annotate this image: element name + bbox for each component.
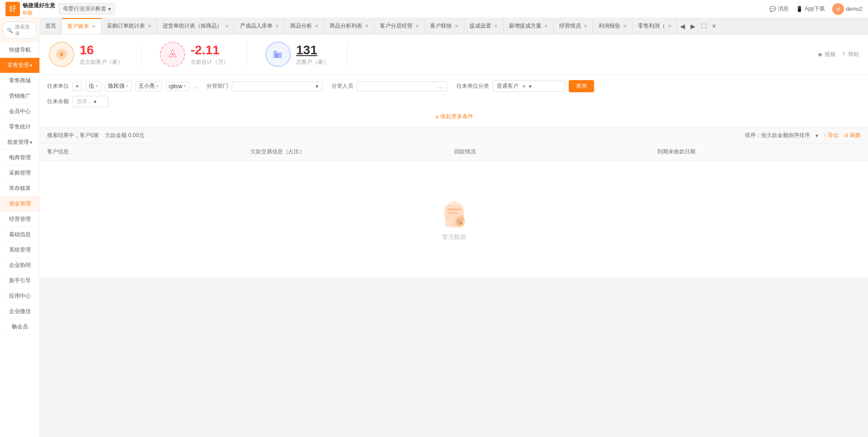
tab-close-product-analysis-list[interactable]: ✕ <box>365 24 369 28</box>
tab-close-operation[interactable]: ✕ <box>584 24 587 28</box>
empty-state: 🔍 暂无数据 <box>40 161 868 277</box>
filter-tag-unit-cjttcw: cjttcw × <box>166 82 190 91</box>
sort-label: 排序：按欠款金额倒序排序 <box>745 132 810 139</box>
tab-product-analysis-list[interactable]: 商品分析列表 ✕ <box>324 18 374 34</box>
tab-close-purchase-order[interactable]: ✕ <box>148 24 151 28</box>
filter-tag-unit-wu: 伍 × <box>86 81 101 91</box>
stat-value-total: 131 <box>296 43 329 57</box>
sidebar-item-ecommerce[interactable]: 电商管理 <box>0 150 39 166</box>
tab-push-settings[interactable]: 提成设置 ✕ <box>464 18 504 34</box>
account-dropdown[interactable]: 母婴行业演示帐套 ▾ <box>59 3 115 14</box>
svg-rect-9 <box>447 209 461 210</box>
filter-dept-select[interactable]: ▾ <box>232 81 322 91</box>
stat-icon-total <box>265 42 291 67</box>
video-icon: ▶ <box>819 51 823 57</box>
filter-more-btn[interactable]: ... <box>193 83 197 90</box>
filter-person-select[interactable]: … <box>357 81 447 91</box>
filter-tag-close-wang[interactable]: × <box>156 84 159 89</box>
top-bar-right: 💬 消息 📱 App下载 d demo2 <box>769 3 863 15</box>
sidebar-item-new-guide[interactable]: 新手引导 <box>0 273 39 289</box>
results-actions: 排序：按欠款金额倒序排序 ▾ ↑ 导出 ↺ 刷新 <box>745 132 861 139</box>
col-header-repay: 回款情况 <box>454 148 657 156</box>
filter-tag-close-chen[interactable]: × <box>126 84 129 89</box>
user-menu[interactable]: d demo2 <box>832 3 863 15</box>
tab-nav-next[interactable]: ▶ <box>688 18 698 34</box>
sidebar-item-enterprise-wechat[interactable]: 企业微信 <box>0 304 39 319</box>
chevron-down-icon: ▾ <box>108 6 111 12</box>
logo-area: 好 畅捷通好生意 标版 <box>5 2 55 16</box>
tab-nav-prev[interactable]: ◀ <box>677 18 688 34</box>
tab-close-purchase-stat[interactable]: ✕ <box>225 24 229 28</box>
sidebar-item-enterprise-coop[interactable]: 企业协同 <box>0 258 39 273</box>
empty-icon: 🔍 <box>436 197 472 233</box>
sidebar-item-retail-shop[interactable]: 零售商城 <box>0 73 39 89</box>
filter-tag-unit-wang: 王小亮 × <box>135 81 162 91</box>
sidebar-item-basic-info[interactable]: 基础信息 <box>0 227 39 242</box>
refresh-btn[interactable]: ↺ 刷新 <box>844 132 861 139</box>
sidebar-item-system-mgmt[interactable]: 系统管理 <box>0 242 39 258</box>
tab-purchase-order[interactable]: 采购订单统计表 ✕ <box>101 18 157 34</box>
col-header-customer: 客户信息 <box>47 148 250 156</box>
sidebar-item-batch-mgmt[interactable]: 批发管理 ▾ <box>0 135 39 150</box>
sidebar-item-quick-nav[interactable]: 快捷导航 <box>0 43 39 58</box>
stat-helpers: ▶ 视频 ？ 帮助 <box>819 51 859 58</box>
tab-purchase-stat[interactable]: 进货单统计表（按商品） ✕ <box>157 18 235 34</box>
tab-close-customer-contact[interactable]: ✕ <box>455 24 458 28</box>
tab-close-push-settings[interactable]: ✕ <box>494 24 498 28</box>
tab-customer-contact[interactable]: 客户联络 ✕ <box>425 18 464 34</box>
top-bar: 好 畅捷通好生意 标版 母婴行业演示帐套 ▾ 💬 消息 📱 App下载 d de… <box>0 0 868 18</box>
tab-close-customer-tier[interactable]: ✕ <box>415 24 419 28</box>
sidebar-item-marketing[interactable]: 营销推广 <box>0 89 39 104</box>
filter-balance-select[interactable]: 选择... ▾ <box>72 96 109 107</box>
filter-tag-unit-chen: 陈民强 × <box>105 81 132 91</box>
tab-close-profit-report[interactable]: ✕ <box>623 24 627 28</box>
video-help-btn[interactable]: ▶ 视频 <box>819 51 835 58</box>
tab-product-analysis[interactable]: 商品分析 ✕ <box>285 18 324 34</box>
tab-close-all[interactable]: ✕ <box>709 18 719 34</box>
sidebar-item-purchase-mgmt[interactable]: 采购管理 <box>0 166 39 181</box>
filter-balance-label: 往来余额 <box>47 98 69 105</box>
tab-operation[interactable]: 经营情况 ✕ <box>554 18 593 34</box>
filter-tag-close-wu[interactable]: × <box>96 84 98 89</box>
collapse-filters-btn[interactable]: ∧ 收起更多条件 <box>430 111 479 122</box>
search-menu-input[interactable]: 🔍 搜索菜单 <box>3 22 37 39</box>
tab-customer-account[interactable]: 客户账本 ✕ <box>62 18 101 34</box>
sidebar-item-retail-stats[interactable]: 零售统计 <box>0 119 39 135</box>
app-download-btn[interactable]: 📱 App下载 <box>796 5 825 13</box>
filter-tag-close-cjttcw[interactable]: × <box>184 84 187 89</box>
sidebar-item-retail-mgmt[interactable]: 零售管理 ▾ <box>0 58 39 73</box>
tab-close-retail-profit[interactable]: ✕ <box>668 24 671 28</box>
message-btn[interactable]: 💬 消息 <box>769 5 789 13</box>
svg-rect-10 <box>447 212 457 214</box>
sidebar-item-vip-member[interactable]: 畅会员 <box>0 319 39 335</box>
stat-value-debt: -2.11 <box>191 43 229 57</box>
tab-profit-report[interactable]: 利润报告 ✕ <box>593 18 633 34</box>
help-btn[interactable]: ？ 帮助 <box>841 51 859 58</box>
stat-icon-debt: ✦ <box>160 42 185 67</box>
tab-product-instock[interactable]: 产成品入库单 ✕ <box>235 18 285 34</box>
tab-retail-profit[interactable]: 零售利润（ ✕ <box>633 18 677 34</box>
sidebar-item-operation-mgmt[interactable]: 经营管理 <box>0 212 39 227</box>
top-bar-left: 好 畅捷通好生意 标版 母婴行业演示帐套 ▾ <box>5 2 115 16</box>
sidebar-item-inventory[interactable]: 库存核算 <box>0 181 39 196</box>
tab-close-product-analysis[interactable]: ✕ <box>315 24 318 28</box>
filter-unit-class-select[interactable]: 普通客户 × ▾ <box>493 81 565 92</box>
filter-class-close[interactable]: × <box>522 83 525 90</box>
chevron-right-icon: ▾ <box>30 140 32 145</box>
stats-header: ¥ 16 总欠款客户（家） ✦ -2.11 欠款合计（万） <box>40 34 868 75</box>
tab-close-new-push[interactable]: ✕ <box>544 24 548 28</box>
chevron-up-icon: ∧ <box>435 114 439 120</box>
sidebar-item-app-center[interactable]: 应用中心 <box>0 289 39 304</box>
tab-customer-tier[interactable]: 客户分层经营 ✕ <box>374 18 425 34</box>
tab-close-customer-account[interactable]: ✕ <box>92 24 96 29</box>
sidebar-item-member-center[interactable]: 会员中心 <box>0 104 39 119</box>
stat-block-total: 131 总客户（家） <box>247 42 347 67</box>
sidebar-item-finance[interactable]: 资金管理 <box>0 196 39 212</box>
tab-new-push[interactable]: 新增提成方案 ✕ <box>504 18 554 34</box>
message-icon: 💬 <box>769 6 776 12</box>
export-btn[interactable]: ↑ 导出 <box>824 132 839 139</box>
tab-home[interactable]: 首页 <box>40 18 62 34</box>
tab-close-product-instock[interactable]: ✕ <box>275 24 279 28</box>
tab-fullscreen[interactable]: ⛶ <box>698 18 709 34</box>
query-button[interactable]: 查询 <box>569 80 594 92</box>
